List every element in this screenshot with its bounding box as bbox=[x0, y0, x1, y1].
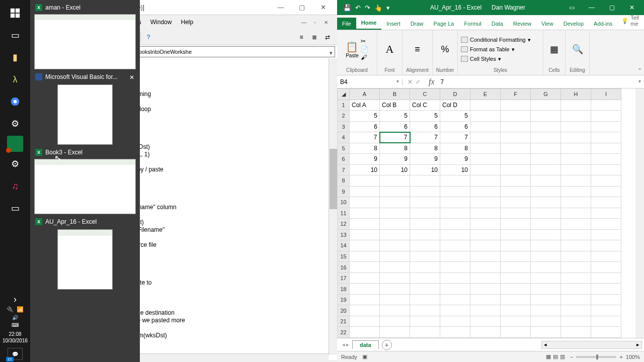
cell[interactable] bbox=[410, 229, 440, 240]
cell[interactable] bbox=[591, 111, 621, 122]
cell[interactable] bbox=[501, 100, 531, 111]
tab-draw[interactable]: Draw bbox=[406, 18, 429, 30]
format-painter-icon[interactable]: 🖌 bbox=[361, 54, 368, 61]
worksheet-grid[interactable]: ◢ABCDEFGHI1Col ACol BCol CCol D255553666… bbox=[337, 88, 644, 338]
task-view-icon[interactable]: ▭ bbox=[5, 25, 25, 45]
col-header[interactable]: E bbox=[470, 89, 501, 100]
alignment-icon[interactable]: ≡ bbox=[415, 44, 420, 55]
cell[interactable] bbox=[410, 294, 440, 305]
cell[interactable] bbox=[410, 197, 440, 208]
cell[interactable] bbox=[561, 284, 591, 295]
cell[interactable] bbox=[561, 273, 591, 284]
tab-developer[interactable]: Develop bbox=[558, 18, 589, 30]
cell[interactable] bbox=[531, 262, 561, 273]
format-as-table-button[interactable]: Format as Table ▾ bbox=[461, 45, 515, 54]
app-icon[interactable]: λ bbox=[5, 69, 25, 89]
cell[interactable]: Col C bbox=[410, 100, 440, 111]
cell[interactable] bbox=[410, 175, 440, 187]
cell[interactable] bbox=[561, 208, 591, 219]
mdi-minimize-icon[interactable]: — bbox=[299, 15, 309, 29]
cell[interactable] bbox=[470, 316, 501, 327]
cell[interactable] bbox=[440, 262, 470, 273]
cell[interactable] bbox=[350, 186, 380, 197]
cell[interactable] bbox=[561, 143, 591, 154]
itunes-icon[interactable]: ♫ bbox=[5, 176, 25, 196]
cell[interactable] bbox=[470, 262, 501, 273]
row-header[interactable]: 6 bbox=[338, 154, 350, 165]
cell[interactable] bbox=[591, 154, 621, 165]
cell[interactable] bbox=[350, 273, 380, 284]
view-page-icon[interactable]: ▤ bbox=[553, 353, 558, 360]
cell[interactable] bbox=[350, 294, 380, 305]
row-header[interactable]: 17 bbox=[338, 273, 350, 284]
cell[interactable] bbox=[531, 229, 561, 240]
view-break-icon[interactable]: ▥ bbox=[560, 353, 565, 360]
cell[interactable]: 8 bbox=[440, 143, 470, 154]
cell[interactable] bbox=[440, 175, 470, 187]
cell[interactable] bbox=[470, 219, 501, 230]
cell[interactable] bbox=[380, 273, 410, 284]
cell[interactable] bbox=[380, 262, 410, 273]
cell[interactable] bbox=[531, 132, 561, 143]
cell[interactable] bbox=[561, 305, 591, 316]
cell[interactable] bbox=[531, 100, 561, 111]
row-header[interactable]: 19 bbox=[338, 294, 350, 305]
keyboard-icon[interactable]: ⌨ bbox=[12, 322, 19, 328]
sheet-tab-data[interactable]: data bbox=[352, 340, 379, 349]
tab-data[interactable]: Data bbox=[487, 18, 508, 30]
cell[interactable] bbox=[561, 132, 591, 143]
app-icon[interactable]: ⚙ bbox=[5, 114, 25, 134]
cell[interactable] bbox=[561, 229, 591, 240]
cell[interactable] bbox=[380, 294, 410, 305]
col-header[interactable]: H bbox=[561, 89, 591, 100]
cell[interactable]: 7 bbox=[410, 132, 440, 143]
switcher-item-auapr[interactable]: XAU_Apr_16 - Excel bbox=[32, 216, 138, 290]
cell[interactable] bbox=[470, 186, 501, 197]
tab-pagelayout[interactable]: Page La bbox=[428, 18, 459, 30]
cell[interactable] bbox=[501, 262, 531, 273]
cell[interactable] bbox=[470, 240, 501, 251]
cell[interactable] bbox=[531, 164, 561, 175]
save-icon[interactable]: 💾 bbox=[343, 4, 351, 12]
cell[interactable] bbox=[591, 164, 621, 175]
scrollbar-horizontal[interactable]: ◂▸ bbox=[541, 341, 642, 349]
cell[interactable] bbox=[561, 327, 591, 338]
view-normal-icon[interactable]: ▦ bbox=[546, 353, 551, 360]
minimize-button[interactable]: — bbox=[582, 0, 602, 15]
tab-review[interactable]: Review bbox=[508, 18, 536, 30]
qat-dropdown-icon[interactable]: ▾ bbox=[386, 4, 390, 12]
cell[interactable] bbox=[561, 316, 591, 327]
cell[interactable] bbox=[470, 143, 501, 154]
cell[interactable] bbox=[531, 305, 561, 316]
cell[interactable] bbox=[501, 240, 531, 251]
col-header[interactable]: A bbox=[350, 89, 380, 100]
copy-icon[interactable]: 📄 bbox=[361, 46, 368, 53]
cell[interactable] bbox=[561, 154, 591, 165]
cell[interactable] bbox=[380, 305, 410, 316]
cell[interactable] bbox=[501, 132, 531, 143]
cell[interactable] bbox=[561, 100, 591, 111]
row-header[interactable]: 18 bbox=[338, 284, 350, 295]
mdi-restore-icon[interactable]: ▫ bbox=[310, 15, 320, 29]
cell[interactable] bbox=[470, 121, 501, 132]
name-box[interactable]: B4 bbox=[337, 78, 403, 85]
row-header[interactable]: 10 bbox=[338, 197, 350, 208]
cell[interactable] bbox=[591, 175, 621, 187]
cell[interactable] bbox=[380, 229, 410, 240]
row-header[interactable]: 21 bbox=[338, 316, 350, 327]
indent-icon[interactable]: ≣ bbox=[309, 32, 320, 43]
col-header[interactable]: D bbox=[440, 89, 470, 100]
cell[interactable] bbox=[410, 186, 440, 197]
cell[interactable] bbox=[591, 186, 621, 197]
cell[interactable] bbox=[410, 208, 440, 219]
fx-icon[interactable]: fx bbox=[426, 77, 438, 86]
cell[interactable] bbox=[591, 284, 621, 295]
cell[interactable]: 10 bbox=[350, 164, 380, 175]
cell-styles-button[interactable]: Cell Styles ▾ bbox=[461, 55, 501, 63]
cell[interactable] bbox=[470, 294, 501, 305]
cell[interactable]: 7 bbox=[380, 132, 410, 143]
cell[interactable] bbox=[501, 219, 531, 230]
cell[interactable] bbox=[561, 219, 591, 230]
cell[interactable]: 9 bbox=[410, 154, 440, 165]
row-header[interactable]: 5 bbox=[338, 143, 350, 154]
